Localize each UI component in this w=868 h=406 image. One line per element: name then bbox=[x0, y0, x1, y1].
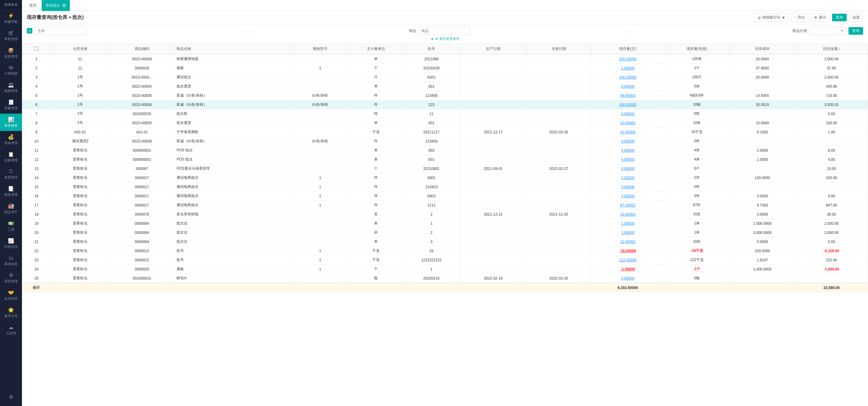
sidebar-item-sys[interactable]: ⚙ 系统管理 bbox=[0, 269, 22, 286]
sidebar-item-inventory[interactable]: 📊 库存核算 bbox=[0, 113, 22, 131]
qty-link[interactable]: 10.00000 bbox=[620, 130, 636, 134]
sidebar-item-fixed[interactable]: 🏭 固定资产 bbox=[0, 200, 22, 217]
qty-link[interactable]: 10.00000 bbox=[620, 240, 636, 244]
qty-link[interactable]: 0.00000 bbox=[621, 276, 634, 280]
table-cell: 120.0000 bbox=[730, 173, 795, 182]
qty-link[interactable]: 4.00000 bbox=[621, 148, 634, 153]
qty-link[interactable]: 0.00000 bbox=[621, 84, 634, 89]
product-input[interactable] bbox=[418, 27, 470, 35]
qty-link[interactable]: -16.00000 bbox=[620, 249, 636, 253]
qty-link[interactable]: 10.00000 bbox=[620, 121, 636, 125]
total-cell bbox=[526, 283, 591, 293]
table-container[interactable]: 仓库名称 商品编码 商品名称 规格型号 主计量单位 批号 生产日期 失效日期 现… bbox=[22, 44, 868, 406]
sidebar-item-wholesale[interactable]: 📦 批发管理 bbox=[0, 44, 22, 62]
table-cell: 1.00000 bbox=[591, 228, 664, 237]
select-all-checkbox[interactable] bbox=[34, 46, 38, 50]
invoice-icon: 🗒 bbox=[8, 169, 13, 174]
expand-more-button[interactable]: ▼ ▼ 展开更多条件 bbox=[27, 37, 863, 41]
table-row: 72号001000026批次柜吨110.000000吨0.00 bbox=[22, 109, 868, 119]
table-cell: 33 bbox=[402, 246, 461, 256]
qty-link[interactable]: 100.00000 bbox=[619, 103, 637, 107]
table-cell: 批次透货 bbox=[175, 82, 291, 91]
table-cell: 个 bbox=[349, 265, 402, 274]
table-cell: 001000031 bbox=[109, 274, 175, 283]
sidebar-item-newbie[interactable]: 🌟 新手引导 bbox=[0, 304, 22, 321]
qty-link[interactable]: 49.60000 bbox=[620, 94, 636, 98]
category-select[interactable] bbox=[809, 27, 846, 35]
sidebar-item-ecommsmall[interactable]: 🛍 小胖电商 bbox=[0, 62, 22, 79]
sidebar-item-mgmt[interactable]: 📈 经营管理 bbox=[0, 235, 22, 252]
qty-link[interactable]: 1.00000 bbox=[621, 222, 634, 226]
table-cell bbox=[291, 164, 349, 173]
table-cell: 3,000.00 bbox=[795, 228, 868, 237]
table-cell: 件 bbox=[349, 192, 402, 201]
qty-link[interactable]: 4.00000 bbox=[621, 158, 634, 162]
qty-link[interactable]: -1.00000 bbox=[620, 267, 635, 271]
table-cell: 10.00 bbox=[795, 164, 868, 173]
total-cell: 6,302.60000 bbox=[591, 283, 664, 293]
total-cell bbox=[664, 283, 730, 293]
table-cell bbox=[291, 219, 349, 228]
query-button[interactable]: 查询 bbox=[832, 14, 847, 21]
warehouse-input[interactable] bbox=[35, 27, 86, 35]
table-cell: 0023-00005 bbox=[109, 119, 175, 128]
sidebar-item-ecomm[interactable]: 💻 电商管理 bbox=[0, 79, 22, 96]
table-cell: 千克 bbox=[349, 128, 402, 137]
table-cell: 1号 bbox=[51, 82, 109, 91]
qty-link[interactable]: 122.00000 bbox=[619, 258, 637, 262]
sidebar-item-retail[interactable]: 🛒 零售管理 bbox=[0, 27, 22, 44]
page-header: 现存量查询(按仓库＋批次) 🖨 按模板打印 ▼ ↑ 导出 👁 显示 查询 设置 bbox=[22, 11, 868, 24]
qty-link[interactable]: 1.00000 bbox=[621, 231, 634, 235]
qty-link[interactable]: 2.00000 bbox=[621, 176, 634, 180]
table-cell bbox=[460, 91, 526, 100]
sidebar-item-corp[interactable]: 🤝 企业协同 bbox=[0, 286, 22, 304]
qty-link[interactable]: 100.00000 bbox=[619, 75, 637, 79]
sidebar-item-general[interactable]: 📋 总账管理 bbox=[0, 148, 22, 166]
sidebar-item-invoice[interactable]: 🗒 发票管理 bbox=[0, 166, 22, 183]
sidebar-item-cloud[interactable]: ☁ 云应用 bbox=[0, 321, 22, 339]
table-cell bbox=[730, 109, 795, 119]
qty-link[interactable]: 0.00000 bbox=[621, 185, 634, 189]
table-cell bbox=[460, 82, 526, 91]
sidebar-item-basic[interactable]: 🗂 基础信息 bbox=[0, 252, 22, 269]
table-cell: 3 bbox=[402, 237, 461, 246]
qty-link[interactable]: 0.00000 bbox=[621, 112, 634, 116]
table-cell: 10千克 bbox=[664, 128, 730, 137]
table-cell: 100斤 bbox=[664, 73, 730, 82]
sidebar: 搜索菜单 ⚡ 快捷导航 🛒 零售管理 📦 批发管理 🛍 小胖电商 💻 电商管理 … bbox=[0, 0, 22, 406]
tab-home[interactable]: 首页 bbox=[24, 0, 42, 11]
filter-expand-button[interactable]: > bbox=[27, 28, 32, 34]
sidebar-item-purchase[interactable]: 🧾 采购管理 bbox=[0, 96, 22, 113]
table-cell: A01-01 bbox=[51, 128, 109, 137]
table-cell: 240.00 bbox=[795, 173, 868, 182]
table-cell: 普客粒仓 bbox=[51, 256, 109, 265]
table-cell bbox=[795, 137, 868, 146]
sidebar-item-hr[interactable]: 💵 工资 bbox=[0, 217, 22, 235]
table-cell: 支 bbox=[349, 210, 402, 219]
export-button[interactable]: ↑ 导出 bbox=[791, 13, 808, 22]
value-info-icon[interactable]: ℹ bbox=[839, 47, 840, 50]
settings-icon[interactable]: ⚙ bbox=[8, 391, 14, 403]
qty-link[interactable]: 1.00000 bbox=[621, 66, 634, 70]
hide-button[interactable]: 👁 显示 bbox=[811, 13, 830, 22]
tab-close-button[interactable]: × bbox=[62, 3, 66, 8]
table-cell: 21 bbox=[22, 237, 51, 246]
qty-link[interactable]: 3.00000 bbox=[621, 194, 634, 198]
qty-link[interactable]: 0.00000 bbox=[621, 167, 634, 171]
qty-link[interactable]: 0.00000 bbox=[621, 139, 634, 143]
table-cell: 0.00 bbox=[795, 237, 868, 246]
print-button[interactable]: 🖨 按模板打印 ▼ bbox=[754, 13, 789, 22]
settings-button[interactable]: 设置 bbox=[849, 13, 863, 22]
tab-inventory-batch[interactable]: 库存批次 × bbox=[42, 0, 70, 11]
sidebar-item-finance[interactable]: 💰 资金管理 bbox=[0, 131, 22, 148]
sidebar-item-quicknav[interactable]: ⚡ 快捷导航 bbox=[0, 10, 22, 27]
table-cell: 1 bbox=[291, 192, 349, 201]
sidebar-search[interactable]: 搜索菜单 bbox=[0, 0, 22, 10]
sidebar-item-tax[interactable]: 📑 税务管理 bbox=[0, 183, 22, 200]
qty-link[interactable]: 87.00000 bbox=[620, 203, 636, 207]
table-cell: 0023-00005 bbox=[109, 91, 175, 100]
search-query-button[interactable]: 查询 bbox=[848, 27, 863, 35]
qty-link[interactable]: 100.00000 bbox=[619, 57, 637, 61]
table-cell: 白色/灰棕 bbox=[291, 91, 349, 100]
qty-link[interactable]: 10.00000 bbox=[620, 212, 636, 216]
